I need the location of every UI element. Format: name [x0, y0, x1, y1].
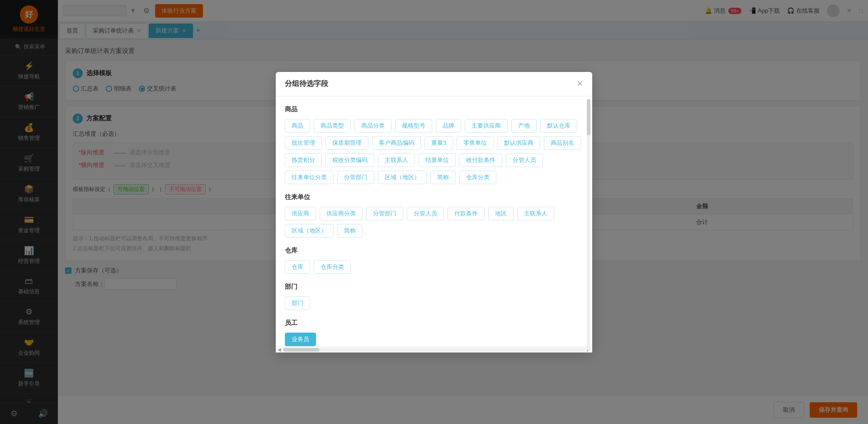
field-tag[interactable]: 收付款条件: [459, 153, 502, 167]
modal-body: 商品 商品 商品类型 商品分类 规格型号 品牌 主要供应商 产地 默认仓库 批次…: [276, 96, 592, 347]
field-tag[interactable]: 客户商品编码: [372, 136, 421, 150]
field-tag[interactable]: 供应商: [285, 207, 316, 220]
field-tag[interactable]: 仓库分类: [314, 260, 351, 274]
hscroll-thumb[interactable]: [283, 348, 319, 352]
field-section-partner: 往来单位 供应商 供应商分类 分管部门 分管人员 付款条件 地区 主联系人 区域…: [285, 193, 583, 238]
field-tag-employee-selected[interactable]: 业务员: [285, 333, 316, 346]
field-tag[interactable]: 品牌: [436, 119, 461, 133]
field-section-goods: 商品 商品 商品类型 商品分类 规格型号 品牌 主要供应商 产地 默认仓库 批次…: [285, 105, 583, 184]
field-tag[interactable]: 商品分类: [354, 119, 392, 133]
field-tag[interactable]: 仓库: [285, 260, 310, 274]
field-tag[interactable]: 商品: [285, 119, 310, 133]
field-tag[interactable]: 区域（地区）: [285, 224, 334, 238]
field-tag[interactable]: 默认仓库: [540, 119, 577, 133]
modal-vscrollbar: [587, 99, 590, 351]
field-tag[interactable]: 简称: [337, 224, 363, 238]
field-grid-goods: 商品 商品类型 商品分类 规格型号 品牌 主要供应商 产地 默认仓库 批次管理 …: [285, 119, 583, 184]
field-section-warehouse: 仓库 仓库 仓库分类: [285, 247, 583, 274]
modal-vscrollbar-thumb[interactable]: [587, 99, 590, 135]
field-tag[interactable]: 分管部门: [337, 171, 374, 184]
field-tag[interactable]: 拣货积分: [285, 153, 322, 167]
modal-title: 分组待选字段: [285, 79, 328, 89]
field-tag[interactable]: 税收分类编码: [326, 153, 374, 167]
field-grid-employee: 业务员: [285, 333, 583, 346]
section-title-partner: 往来单位: [285, 193, 583, 201]
field-tag[interactable]: 仓库分类: [459, 171, 496, 184]
hscroll-track: [283, 348, 585, 352]
modal-header: 分组待选字段 ✕: [276, 72, 592, 96]
field-tag[interactable]: 简称: [430, 171, 456, 184]
field-tag[interactable]: 地区: [488, 207, 514, 220]
hscroll-left-arrow[interactable]: ◀: [278, 347, 281, 352]
modal-hscrollbar: ◀ ▶: [276, 347, 592, 353]
field-tag[interactable]: 主要供应商: [465, 119, 508, 133]
section-title-department: 部门: [285, 283, 583, 291]
field-tag[interactable]: 往来单位分类: [285, 171, 334, 184]
field-tag[interactable]: 产地: [511, 119, 537, 133]
modal: 分组待选字段 ✕ 商品 商品 商品类型 商品分类 规格型号 品牌 主要供应商 产…: [276, 72, 592, 353]
modal-overlay: 分组待选字段 ✕ 商品 商品 商品类型 商品分类 规格型号 品牌 主要供应商 产…: [0, 0, 868, 424]
section-title-employee: 员工: [285, 319, 583, 327]
field-tag[interactable]: 付款条件: [448, 207, 485, 220]
field-grid-department: 部门: [285, 296, 583, 310]
field-tag[interactable]: 商品类型: [314, 119, 351, 133]
section-title-warehouse: 仓库: [285, 247, 583, 255]
field-section-employee: 员工 业务员: [285, 319, 583, 346]
field-tag[interactable]: 保质期管理: [326, 136, 368, 150]
field-tag[interactable]: 规格型号: [395, 119, 432, 133]
field-grid-partner: 供应商 供应商分类 分管部门 分管人员 付款条件 地区 主联系人 区域（地区） …: [285, 207, 583, 238]
field-tag[interactable]: 供应商分类: [320, 207, 363, 220]
field-tag[interactable]: 结算单位: [419, 153, 456, 167]
section-title-goods: 商品: [285, 105, 583, 114]
field-tag[interactable]: 分管人员: [407, 207, 444, 220]
modal-close-button[interactable]: ✕: [576, 80, 583, 88]
field-tag[interactable]: 部门: [285, 296, 310, 310]
field-tag[interactable]: 默认供应商: [497, 136, 540, 150]
field-tag[interactable]: 重量3: [425, 136, 453, 150]
field-section-department: 部门 部门: [285, 283, 583, 310]
field-tag[interactable]: 商品别名: [544, 136, 581, 150]
field-tag[interactable]: 区域（地区）: [378, 171, 427, 184]
field-grid-warehouse: 仓库 仓库分类: [285, 260, 583, 274]
field-tag[interactable]: 分管人员: [506, 153, 543, 167]
field-tag[interactable]: 主联系人: [378, 153, 415, 167]
field-tag[interactable]: 主联系人: [517, 207, 554, 220]
field-tag[interactable]: 批次管理: [285, 136, 322, 150]
field-tag[interactable]: 分管部门: [366, 207, 403, 220]
field-tag[interactable]: 零售单位: [457, 136, 494, 150]
